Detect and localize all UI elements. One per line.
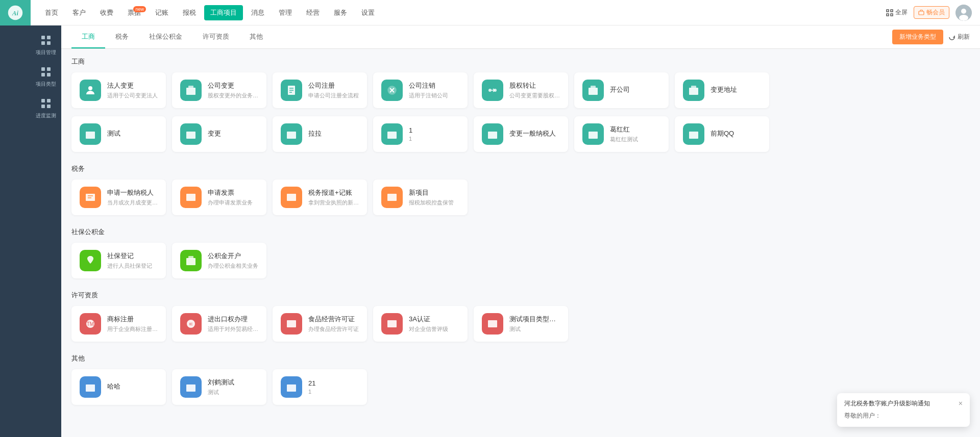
svg-rect-40 xyxy=(287,132,296,139)
svg-rect-15 xyxy=(47,67,51,71)
sidebar-item-progress-monitor[interactable]: 进度监测 xyxy=(32,94,60,123)
card-twenty-one[interactable]: 21 1 xyxy=(273,369,367,405)
card-desc-trademark: 用于企业商标注册服务 xyxy=(107,325,158,333)
card-icon-apply-invoice xyxy=(180,187,202,208)
card-test[interactable]: 测试 xyxy=(71,116,166,152)
svg-rect-11 xyxy=(47,36,51,39)
svg-rect-24 xyxy=(188,86,193,88)
new-type-button[interactable]: 新增业务类型 xyxy=(892,30,943,44)
card-gege[interactable]: 葛红红 葛红红测试 xyxy=(574,116,669,152)
svg-rect-61 xyxy=(186,384,195,392)
nav-client[interactable]: 客户 xyxy=(66,5,92,20)
svg-rect-51 xyxy=(186,258,195,265)
card-title-company-change: 公司变更 xyxy=(208,81,258,90)
card-qq[interactable]: 前期QQ xyxy=(675,116,769,152)
card-desc-test-type: 测试 xyxy=(509,325,560,333)
card-one[interactable]: 1 1 xyxy=(373,116,468,152)
refresh-icon xyxy=(948,34,955,41)
svg-rect-17 xyxy=(47,73,51,76)
card-info-gege: 葛红红 葛红红测试 xyxy=(610,125,660,143)
user-avatar[interactable] xyxy=(955,5,972,21)
nav-ticket[interactable]: 票据 new xyxy=(121,5,147,20)
card-info-social-register: 社保登记 进行人员社保登记 xyxy=(107,251,158,270)
card-company-register[interactable]: 公司注册 申请公司注册全流程 xyxy=(273,72,367,108)
card-title-tax-report: 税务报道+记账 xyxy=(308,188,359,197)
svg-rect-44 xyxy=(689,132,698,139)
card-company-change[interactable]: 公司变更 股权变更外的业务变更 xyxy=(172,72,266,108)
card-social-register[interactable]: 社保登记 进行人员社保登记 xyxy=(71,243,166,278)
card-trademark[interactable]: TM 商标注册 用于企业商标注册服务 xyxy=(71,306,166,342)
svg-rect-42 xyxy=(488,132,497,139)
card-fund-open[interactable]: 公积金开户 办理公积金相关业务 xyxy=(172,243,266,278)
notif-close-button[interactable]: × xyxy=(959,399,963,408)
svg-rect-6 xyxy=(919,11,924,15)
tab-gongshang[interactable]: 工商 xyxy=(71,26,105,48)
card-new-project[interactable]: 新项目 报税加税控盘保管 xyxy=(373,179,468,215)
card-desc-3a-cert: 对企业信誉评级 xyxy=(409,325,459,333)
svg-rect-57 xyxy=(287,320,296,327)
svg-rect-18 xyxy=(41,99,45,102)
svg-rect-39 xyxy=(186,132,195,139)
card-info-change: 变更 xyxy=(208,129,258,140)
card-import-export[interactable]: IE 进出口权办理 适用于对外贸易经营者 xyxy=(172,306,266,342)
svg-text:Ai: Ai xyxy=(12,10,18,17)
card-icon-liuchu-test xyxy=(180,376,202,398)
card-info-apply-taxpayer: 申请一般纳税人 当月或次月成变更完成 xyxy=(107,188,158,207)
cards-grid-gongshang: 法人变更 适用于公司变更法人 公司变更 股权变更外的业务变更 xyxy=(71,72,970,108)
card-liuchu-test[interactable]: 刘鹤测试 测试 xyxy=(172,369,266,405)
fullscreen-btn[interactable]: 全屏 xyxy=(886,8,908,17)
card-info-legal-change: 法人变更 适用于公司变更法人 xyxy=(107,81,158,99)
card-change[interactable]: 变更 xyxy=(172,116,266,152)
card-legal-change[interactable]: 法人变更 适用于公司变更法人 xyxy=(71,72,166,108)
tab-shebao[interactable]: 社保公积金 xyxy=(139,26,192,48)
app-logo[interactable]: Ai xyxy=(0,0,31,25)
nav-service[interactable]: 服务 xyxy=(328,5,353,20)
card-haha[interactable]: 哈哈 xyxy=(71,369,166,405)
card-change-taxpayer[interactable]: 变更一般纳税人 xyxy=(474,116,568,152)
card-info-open-company: 开公司 xyxy=(610,85,660,96)
section-title-gongshang: 工商 xyxy=(71,57,970,66)
card-info-haha: 哈哈 xyxy=(107,382,158,393)
nav-billing[interactable]: 收费 xyxy=(94,5,119,20)
nav-operation[interactable]: 经营 xyxy=(300,5,326,20)
card-title-twenty-one: 21 xyxy=(308,379,359,387)
svg-rect-34 xyxy=(589,88,598,95)
card-info-twenty-one: 21 1 xyxy=(308,379,359,395)
svg-rect-38 xyxy=(86,132,95,139)
card-title-apply-taxpayer: 申请一般纳税人 xyxy=(107,188,158,197)
card-lala[interactable]: 拉拉 xyxy=(273,116,367,152)
nav-tax[interactable]: 报税 xyxy=(177,5,202,20)
card-desc-social-register: 进行人员社保登记 xyxy=(107,262,158,270)
svg-rect-12 xyxy=(41,41,45,45)
nav-settings[interactable]: 设置 xyxy=(355,5,381,20)
card-desc-tax-report: 拿到营业执照的新公司 xyxy=(308,199,359,207)
card-equity-transfer[interactable]: 股权转让 公司变更需要股权转让 xyxy=(474,72,568,108)
card-open-company[interactable]: 开公司 xyxy=(574,72,669,108)
tab-xuke[interactable]: 许可资质 xyxy=(192,26,239,48)
member-btn[interactable]: 畅会员 xyxy=(914,6,949,19)
card-icon-change-taxpayer xyxy=(482,123,503,145)
card-3a-cert[interactable]: 3A认证 对企业信誉评级 xyxy=(373,306,468,342)
card-tax-report[interactable]: 税务报道+记账 拿到营业执照的新公司 xyxy=(273,179,367,215)
nav-message[interactable]: 消息 xyxy=(245,5,271,20)
card-apply-taxpayer[interactable]: 申请一般纳税人 当月或次月成变更完成 xyxy=(71,179,166,215)
sidebar-item-project-type[interactable]: 项目类型 xyxy=(32,62,60,92)
svg-rect-5 xyxy=(891,14,893,16)
nav-home[interactable]: 首页 xyxy=(39,5,64,20)
nav-bookkeeping[interactable]: 记账 xyxy=(149,5,175,20)
card-food-license[interactable]: 食品经营许可证 办理食品经营许可证 xyxy=(273,306,367,342)
card-company-cancel[interactable]: 公司注销 适用于注销公司 xyxy=(373,72,468,108)
tab-shuiwu[interactable]: 税务 xyxy=(105,26,139,48)
ticket-badge: new xyxy=(133,6,146,12)
card-title-haha: 哈哈 xyxy=(107,382,158,391)
card-title-trademark: 商标注册 xyxy=(107,315,158,324)
svg-rect-4 xyxy=(887,14,889,16)
card-apply-invoice[interactable]: 申请发票 办理申请发票业务 xyxy=(172,179,266,215)
nav-bizproject[interactable]: 工商项目 xyxy=(204,5,243,20)
card-change-address[interactable]: 变更地址 xyxy=(675,72,769,108)
card-test-type[interactable]: 测试项目类型自定义 测试 xyxy=(474,306,568,342)
nav-manage[interactable]: 管理 xyxy=(273,5,298,20)
refresh-button[interactable]: 刷新 xyxy=(948,33,970,41)
sidebar-item-project-manage[interactable]: 项目管理 xyxy=(32,31,60,60)
tab-other[interactable]: 其他 xyxy=(239,26,273,48)
